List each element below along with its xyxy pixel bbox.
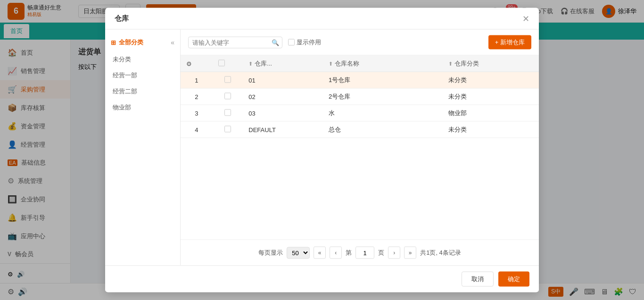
table-container: ⚙ ⬆仓库... ⬆仓库名称 ⬆仓库分类 1 01 (181, 56, 539, 240)
page-unit: 页 (378, 249, 384, 257)
search-box[interactable]: 🔍 (188, 36, 282, 48)
table-row[interactable]: 3 03 水 物业部 (181, 105, 539, 121)
category-item-ops1[interactable]: 经营一部 (105, 67, 180, 83)
table-toolbar: 🔍 显示停用 + 新增仓库 (181, 30, 539, 56)
row-name: 总仓 (323, 121, 443, 138)
modal-title: 仓库 (115, 14, 129, 23)
gear-th-icon: ⚙ (186, 60, 192, 67)
checkbox-icon[interactable] (288, 39, 295, 46)
add-warehouse-button[interactable]: + 新增仓库 (488, 35, 531, 50)
collapse-icon[interactable]: « (171, 39, 174, 46)
warehouse-table: ⚙ ⬆仓库... ⬆仓库名称 ⬆仓库分类 1 01 (181, 56, 539, 138)
table-header-row: ⚙ ⬆仓库... ⬆仓库名称 ⬆仓库分类 (181, 56, 539, 72)
show-disabled-label: 显示停用 (297, 38, 321, 47)
modal-body: ⊞ 全部分类 « 未分类 经营一部 经营二部 物业部 🔍 显示停用 (105, 30, 539, 266)
page-number-input[interactable] (355, 247, 374, 259)
row-num: 1 (181, 72, 213, 88)
row-name: 1号仓库 (323, 72, 443, 88)
select-all-checkbox[interactable] (218, 59, 225, 66)
row-code: 01 (243, 72, 323, 88)
th-name: ⬆仓库名称 (323, 56, 443, 72)
category-item-ops2[interactable]: 经营二部 (105, 83, 180, 100)
show-disabled-checkbox[interactable]: 显示停用 (288, 38, 321, 47)
row-num: 4 (181, 121, 213, 138)
modal-header: 仓库 ✕ (105, 8, 539, 30)
row-category: 物业部 (443, 105, 539, 121)
table-head: ⚙ ⬆仓库... ⬆仓库名称 ⬆仓库分类 (181, 56, 539, 72)
modal-footer: 取消 确定 (105, 266, 539, 292)
category-header: ⊞ 全部分类 « (105, 35, 180, 51)
page-label: 第 (346, 249, 352, 257)
table-row[interactable]: 2 02 2号仓库 未分类 (181, 88, 539, 105)
row-category: 未分类 (443, 72, 539, 88)
th-category: ⬆仓库分类 (443, 56, 539, 72)
row-category: 未分类 (443, 88, 539, 105)
row-code: 02 (243, 88, 323, 105)
prev-page-button[interactable]: ‹ (330, 247, 342, 259)
row-name: 水 (323, 105, 443, 121)
search-icon[interactable]: 🔍 (272, 39, 279, 46)
row-num: 2 (181, 88, 213, 105)
first-page-button[interactable]: « (314, 247, 326, 259)
category-item-uncategorized[interactable]: 未分类 (105, 51, 180, 67)
category-all[interactable]: ⊞ 全部分类 (111, 38, 143, 47)
row-code: 03 (243, 105, 323, 121)
next-page-button[interactable]: › (388, 247, 400, 259)
category-panel: ⊞ 全部分类 « 未分类 经营一部 经营二部 物业部 (105, 30, 181, 266)
row-name: 2号仓库 (323, 88, 443, 105)
warehouse-modal: 仓库 ✕ ⊞ 全部分类 « 未分类 经营一部 经营二部 物业部 🔍 (105, 8, 539, 292)
category-item-property[interactable]: 物业部 (105, 100, 180, 116)
grid-icon: ⊞ (111, 39, 116, 46)
table-row[interactable]: 1 01 1号仓库 未分类 (181, 72, 539, 88)
close-icon[interactable]: ✕ (522, 13, 529, 24)
row-check[interactable] (213, 72, 243, 88)
search-input[interactable] (192, 39, 272, 46)
confirm-button[interactable]: 确定 (498, 272, 529, 287)
table-panel: 🔍 显示停用 + 新增仓库 ⚙ ⬆仓库... ⬆仓库名称 (181, 30, 539, 266)
row-code: DEFAULT (243, 121, 323, 138)
cancel-button[interactable]: 取消 (462, 272, 494, 287)
th-code: ⬆仓库... (243, 56, 323, 72)
per-page-label: 每页显示 (258, 249, 283, 257)
row-check[interactable] (213, 88, 243, 105)
row-num: 3 (181, 105, 213, 121)
row-check[interactable] (213, 105, 243, 121)
category-all-label: 全部分类 (119, 38, 143, 47)
total-info: 共1页, 4条记录 (420, 249, 461, 257)
th-check (213, 56, 243, 72)
pagination: 每页显示 50 « ‹ 第 页 › » 共1页, 4条记录 (181, 240, 539, 266)
table-body: 1 01 1号仓库 未分类 2 02 2号仓库 未分类 (181, 72, 539, 138)
page-size-select[interactable]: 50 (287, 247, 310, 258)
last-page-button[interactable]: » (404, 247, 416, 259)
row-category: 未分类 (443, 121, 539, 138)
th-gear: ⚙ (181, 56, 213, 72)
row-check[interactable] (213, 121, 243, 138)
table-row[interactable]: 4 DEFAULT 总仓 未分类 (181, 121, 539, 138)
